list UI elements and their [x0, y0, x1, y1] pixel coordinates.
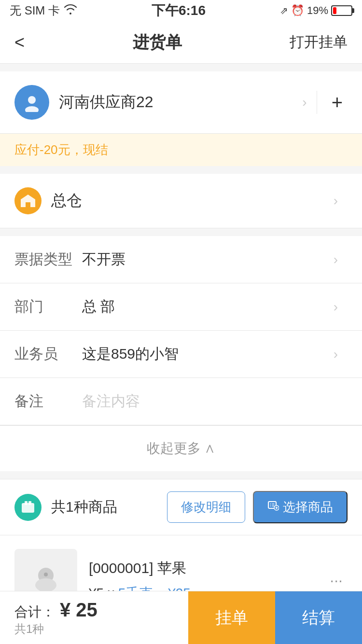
form-section: 票据类型 不开票 › 部门 总 部 › 业务员 这是859的小智 › 备注 备注… [0, 236, 362, 471]
products-header: 共1种商品 修改明细 选择商品 [0, 479, 362, 535]
edit-detail-button[interactable]: 修改明细 [167, 491, 245, 523]
product-name: [0000001] 苹果 [89, 559, 313, 578]
separator-3 [0, 228, 362, 236]
svg-rect-6 [28, 501, 31, 505]
department-row[interactable]: 部门 总 部 › [0, 283, 362, 331]
svg-point-0 [28, 96, 36, 104]
warehouse-name: 总仓 [51, 190, 334, 211]
nav-bar: < 进货单 打开挂单 [0, 21, 362, 64]
supplier-name: 河南供应商22 [59, 92, 302, 113]
salesman-value: 这是859的小智 [82, 344, 334, 364]
total-count: 共1种 [14, 621, 174, 637]
products-icon [14, 494, 42, 521]
department-label: 部门 [14, 297, 82, 317]
svg-rect-4 [22, 503, 34, 513]
checkout-button[interactable]: 结算 [275, 591, 362, 644]
total-amount: ¥ 25 [60, 599, 97, 621]
collapse-button[interactable]: 收起更多 ∧ [0, 425, 362, 471]
warehouse-row[interactable]: 总仓 › [0, 174, 362, 228]
select-product-button[interactable]: 选择商品 [253, 491, 348, 523]
total-label: 合计： [14, 603, 55, 621]
status-left: 无 SIM 卡 [10, 3, 77, 18]
footer: 合计： ¥ 25 共1种 挂单 结算 [0, 591, 362, 644]
open-hang-button[interactable]: 打开挂单 [290, 32, 348, 52]
battery-percentage: 19% [307, 4, 328, 17]
add-button[interactable]: + [327, 92, 348, 113]
invoice-row[interactable]: 票据类型 不开票 › [0, 236, 362, 283]
separator-4 [0, 471, 362, 479]
product-code: [0000001] [89, 560, 157, 576]
status-bar: 无 SIM 卡 下午6:16 ⇗ ⏰ 19% [0, 0, 362, 21]
svg-rect-5 [25, 501, 28, 505]
products-count: 共1种商品 [51, 497, 167, 517]
salesman-label: 业务员 [14, 344, 82, 364]
status-right: ⇗ ⏰ 19% [280, 4, 352, 17]
product-more-button[interactable]: ··· [325, 567, 348, 594]
footer-total: 合计： ¥ 25 共1种 [0, 591, 188, 644]
page-title: 进货单 [133, 31, 182, 54]
remark-row[interactable]: 备注 备注内容 [0, 378, 362, 425]
department-chevron-icon: › [334, 299, 338, 315]
department-value: 总 部 [82, 297, 334, 317]
svg-point-11 [44, 573, 48, 576]
supplier-divider [317, 91, 317, 114]
select-product-label: 选择商品 [283, 499, 333, 516]
select-product-icon [267, 500, 279, 515]
salesman-row[interactable]: 业务员 这是859的小智 › [0, 331, 362, 378]
supplier-avatar [14, 85, 49, 120]
alarm-icon: ⏰ [291, 4, 304, 17]
footer-total-row: 合计： ¥ 25 [14, 599, 174, 621]
svg-rect-3 [26, 202, 30, 207]
salesman-chevron-icon: › [334, 347, 338, 362]
warehouse-section: 总仓 › [0, 174, 362, 228]
hang-button[interactable]: 挂单 [188, 591, 275, 644]
status-time: 下午6:16 [152, 1, 206, 20]
invoice-chevron-icon: › [334, 252, 338, 267]
svg-point-12 [35, 578, 56, 592]
supplier-row[interactable]: 河南供应商22 › + [0, 71, 362, 134]
battery-icon [331, 5, 352, 16]
back-button[interactable]: < [14, 32, 25, 53]
separator-1 [0, 64, 362, 71]
svg-point-1 [25, 106, 39, 112]
remark-placeholder[interactable]: 备注内容 [82, 392, 348, 411]
invoice-value: 不开票 [82, 250, 334, 269]
supplier-section: 河南供应商22 › + 应付-20元，现结 [0, 71, 362, 166]
remark-label: 备注 [14, 392, 82, 411]
wifi-icon [64, 4, 77, 17]
warehouse-icon [14, 187, 42, 214]
separator-2 [0, 166, 362, 174]
product-title: 苹果 [157, 560, 186, 576]
warehouse-chevron-icon: › [334, 193, 338, 209]
supplier-chevron-icon: › [302, 95, 306, 110]
location-icon: ⇗ [280, 5, 288, 16]
supplier-notice: 应付-20元，现结 [0, 134, 362, 166]
carrier-label: 无 SIM 卡 [10, 3, 60, 18]
invoice-label: 票据类型 [14, 250, 82, 269]
